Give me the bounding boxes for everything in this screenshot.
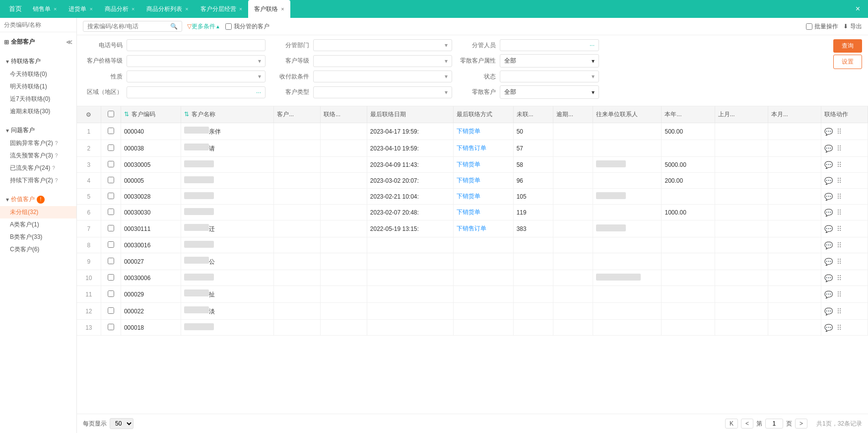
sidebar-abnormal-purchase[interactable]: 固购异常客户(2) ? [0,137,76,149]
th-last-month[interactable]: 上月... [715,106,768,123]
manager-select[interactable]: ··· [500,39,599,51]
contact-phone-icon[interactable]: 💬 [824,193,833,201]
nav-tab-customer-contact[interactable]: 客户联络 × [248,0,290,18]
th-last-date[interactable]: 最后联络日期 [367,106,453,123]
more-actions-icon[interactable]: ⠿ [837,241,842,249]
filter-search-input[interactable] [87,23,170,30]
more-actions-icon[interactable]: ⠿ [837,209,842,216]
page-number-input[interactable] [765,419,783,429]
th-uncontact[interactable]: 未联... [513,106,553,123]
sidebar-all-customers-header[interactable]: ⊞ 全部客户 ≪ [0,35,76,49]
sidebar-declining-customers[interactable]: 持续下滑客户(2) ? [0,174,76,187]
th-customer-type[interactable]: 客户... [274,106,321,123]
retail-customer-select[interactable]: 全部 [500,85,599,99]
gender-select[interactable] [127,71,266,82]
sidebar-pending-header[interactable]: ▾ 待联络客户 [0,55,76,68]
more-actions-icon[interactable]: ⠿ [837,225,842,233]
next-page-button[interactable]: > [795,419,807,429]
th-this-year[interactable]: 本年... [662,106,715,123]
more-actions-icon[interactable]: ⠿ [837,274,842,282]
nav-tab-product-list[interactable]: 商品分析列表 × [140,0,194,18]
more-actions-icon[interactable]: ⠿ [837,193,842,201]
row-checkbox[interactable] [108,225,114,231]
sidebar-today-pending[interactable]: 今天待联络(0) [0,68,76,80]
th-customer-name[interactable]: ⇅ 客户名称 [181,106,274,123]
payment-select[interactable] [313,71,452,82]
close-purchase-tab-icon[interactable]: × [89,6,92,12]
nav-tab-purchase[interactable]: 进货单 × [63,0,98,18]
last-method-link[interactable]: 下销货单 [457,177,480,184]
row-checkbox[interactable] [108,258,114,264]
sidebar-lost-customers[interactable]: 已流失客户(24) ? [0,162,76,174]
prev-page-button[interactable]: < [741,419,753,429]
sidebar-search-input[interactable] [4,21,77,28]
status-select[interactable] [500,71,599,82]
row-checkbox[interactable] [108,307,114,314]
phone-input[interactable] [127,39,266,51]
contact-phone-icon[interactable]: 💬 [824,128,833,136]
th-this-month[interactable]: 本月... [768,106,821,123]
contact-phone-icon[interactable]: 💬 [824,274,833,282]
contact-phone-icon[interactable]: 💬 [824,324,833,332]
close-product-list-tab-icon[interactable]: × [185,6,188,12]
first-page-button[interactable]: K [725,419,738,429]
price-level-select[interactable] [127,55,266,67]
nav-tab-sales[interactable]: 销售单 × [27,0,63,18]
query-button[interactable]: 查询 [833,39,862,53]
close-product-analysis-tab-icon[interactable]: × [132,6,134,12]
row-checkbox[interactable] [108,144,114,151]
row-checkbox[interactable] [108,324,114,330]
more-actions-icon[interactable]: ⠿ [837,144,842,152]
filter-search-icon[interactable]: 🔍 [170,23,178,30]
close-sales-tab-icon[interactable]: × [54,6,57,12]
nav-tab-product-analysis[interactable]: 商品分析 × [99,0,140,18]
row-checkbox[interactable] [108,193,114,199]
row-checkbox[interactable] [108,241,114,248]
sidebar-class-c[interactable]: C类客户(6) [0,243,76,256]
th-overdue[interactable]: 逾期... [553,106,593,123]
last-method-link[interactable]: 下销货单 [457,209,480,216]
retail-attr-select[interactable]: 全部 [500,54,599,68]
window-close-button[interactable]: × [852,4,864,13]
sidebar-overdue-pending[interactable]: 逾期未联络(30) [0,105,76,118]
contact-phone-icon[interactable]: 💬 [824,290,833,298]
sidebar-churn-risk[interactable]: 流失预警客户(3) ? [0,149,76,162]
sidebar-tomorrow-pending[interactable]: 明天待联络(1) [0,80,76,93]
sidebar-week-pending[interactable]: 近7天待联络(0) [0,93,76,105]
sidebar-ungrouped[interactable]: 未分组(32) [0,206,76,218]
last-method-link[interactable]: 下销货单 [457,193,480,200]
contact-phone-icon[interactable]: 💬 [824,161,833,169]
more-actions-icon[interactable]: ⠿ [837,307,842,315]
page-size-select[interactable]: 50 [110,418,134,429]
close-contact-tab-icon[interactable]: × [281,6,284,12]
contact-phone-icon[interactable]: 💬 [824,258,833,266]
batch-operation-button[interactable]: 批量操作 [806,22,838,31]
more-actions-icon[interactable]: ⠿ [837,177,842,185]
contact-phone-icon[interactable]: 💬 [824,177,833,185]
batch-op-checkbox[interactable] [806,23,812,30]
row-checkbox[interactable] [108,177,114,183]
contact-phone-icon[interactable]: 💬 [824,144,833,152]
reset-button[interactable]: 设置 [833,55,862,69]
row-checkbox[interactable] [108,161,114,167]
contact-phone-icon[interactable]: 💬 [824,241,833,249]
my-customers-checkbox[interactable] [225,23,232,30]
row-checkbox[interactable] [108,290,114,297]
last-method-link[interactable]: 下销售订单 [457,225,486,232]
more-actions-icon[interactable]: ⠿ [837,290,842,298]
more-conditions-button[interactable]: ▽ 更多条件 ▲ [187,22,220,31]
contact-phone-icon[interactable]: 💬 [824,307,833,315]
th-settings[interactable]: ⚙ [77,106,101,123]
sidebar-problem-header[interactable]: ▾ 问题客户 [0,124,76,137]
more-actions-icon[interactable]: ⠿ [837,324,842,332]
th-contact-person[interactable]: 往来单位联系人 [593,106,662,123]
nav-home[interactable]: 首页 [4,0,27,18]
dept-select[interactable] [313,39,452,51]
sidebar-class-b[interactable]: B类客户(33) [0,231,76,243]
row-checkbox[interactable] [108,128,114,134]
customer-type-select[interactable] [313,86,452,98]
close-segment-tab-icon[interactable]: × [239,6,242,12]
region-select[interactable]: ··· [127,86,266,98]
more-actions-icon[interactable]: ⠿ [837,258,842,266]
export-button[interactable]: ⬇ 导出 [843,22,862,31]
